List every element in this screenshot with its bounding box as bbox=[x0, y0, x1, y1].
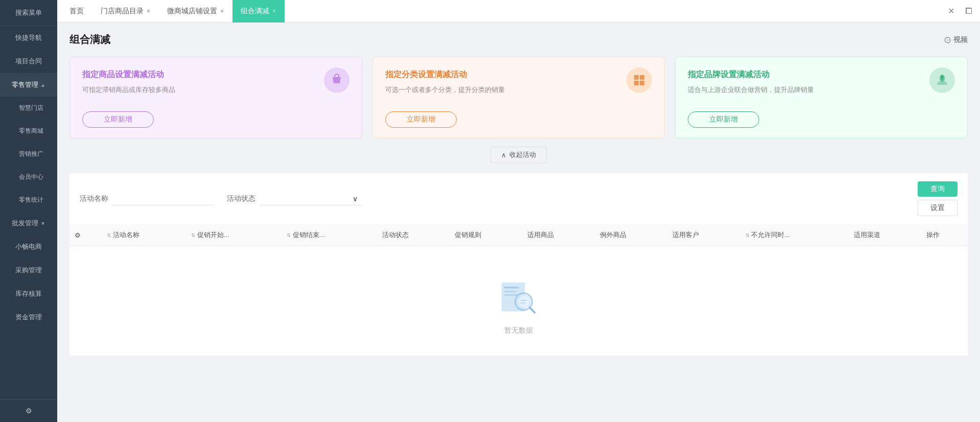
query-button[interactable]: 查询 bbox=[918, 181, 958, 197]
brand-card-desc: 适合与上游企业联合做营销，提升品牌销量 bbox=[688, 85, 955, 101]
product-card-title: 指定商品设置满减活动 bbox=[82, 69, 349, 80]
gear-icon: ⚙ bbox=[75, 231, 81, 239]
category-card-add-button[interactable]: 立即新增 bbox=[385, 111, 457, 128]
video-label: 视频 bbox=[953, 35, 968, 44]
th-exception-goods: 例外商品 bbox=[595, 224, 667, 246]
tab-label: 微商城店铺设置 bbox=[167, 7, 217, 16]
sidebar-item-label: 营销推广 bbox=[19, 150, 43, 157]
tab-home[interactable]: 首页 bbox=[61, 0, 92, 22]
tab-store-catalog[interactable]: 门店商品目录 × bbox=[92, 0, 159, 22]
table-wrapper: ⚙ ⇅ 活动名称 ⇅ 促销开始... ⇅ bbox=[69, 224, 968, 356]
sidebar-search[interactable]: 搜索菜单 bbox=[0, 0, 57, 26]
svg-rect-8 bbox=[504, 294, 518, 296]
empty-state: 暂无数据 bbox=[69, 246, 968, 356]
tab-bar: 首页 门店商品目录 × 微商城店铺设置 × 组合满减 × ✕ ⧠ bbox=[57, 0, 980, 22]
page-content: 组合满减 ⊙ 视频 指定商品设置满减活动 可指定滞销商品或库存较多商品 立即新增 bbox=[57, 22, 980, 422]
tab-close-combo-discount[interactable]: × bbox=[272, 8, 276, 15]
brand-card-add-button[interactable]: 立即新增 bbox=[688, 111, 759, 128]
activity-status-select[interactable]: ∨ bbox=[260, 193, 362, 205]
gear-icon[interactable]: ⚙ bbox=[0, 399, 57, 422]
sidebar-item-label: 资金管理 bbox=[15, 313, 42, 321]
sidebar-item-project-contract[interactable]: 项目合同 bbox=[0, 50, 57, 73]
category-card: 指定分类设置满减活动 可选一个或者多个分类，提升分类的销量 立即新增 bbox=[372, 57, 665, 138]
video-link[interactable]: ⊙ 视频 bbox=[944, 34, 968, 45]
tab-close-wechat-store[interactable]: × bbox=[220, 8, 224, 15]
page-header: 组合满减 ⊙ 视频 bbox=[69, 33, 968, 46]
filter-table-section: 活动名称 活动状态 ∨ 查询 设置 bbox=[69, 173, 968, 356]
sidebar-item-label: 零售商城 bbox=[19, 127, 43, 134]
filter-activity-name-label: 活动名称 bbox=[80, 194, 108, 203]
close-window-button[interactable]: ✕ bbox=[945, 6, 958, 16]
sidebar-item-quick-nav[interactable]: 快捷导航 bbox=[0, 26, 57, 50]
activity-name-input[interactable] bbox=[112, 193, 215, 205]
sidebar-item-xiaochangec[interactable]: 小畅电商 bbox=[0, 235, 57, 259]
collapse-up-icon: ∧ bbox=[501, 151, 506, 159]
tab-wechat-store[interactable]: 微商城店铺设置 × bbox=[159, 0, 232, 22]
sidebar-item-wholesale-mgmt[interactable]: 批发管理 ▼ bbox=[0, 212, 57, 235]
th-not-allow-concurrent[interactable]: ⇅ 不允许同时... bbox=[740, 224, 849, 246]
page-title: 组合满减 bbox=[69, 33, 110, 46]
th-promo-end[interactable]: ⇅ 促销结束... bbox=[282, 224, 377, 246]
brand-card: 指定品牌设置满减活动 适合与上游企业联合做营销，提升品牌销量 立即新增 bbox=[675, 57, 968, 138]
sidebar-item-smart-store[interactable]: 智慧门店 bbox=[0, 97, 57, 120]
sidebar-item-retail-management[interactable]: 零售管理 ▲ bbox=[0, 73, 57, 97]
sort-icon: ⇅ bbox=[107, 232, 111, 238]
sidebar-item-member-center[interactable]: 会员中心 bbox=[0, 166, 57, 189]
main-content: 首页 门店商品目录 × 微商城店铺设置 × 组合满减 × ✕ ⧠ 组合满减 ⊙ … bbox=[57, 0, 980, 422]
svg-rect-7 bbox=[504, 291, 516, 293]
sort-icon: ⇅ bbox=[191, 232, 195, 238]
product-card-add-button[interactable]: 立即新增 bbox=[82, 111, 154, 128]
sort-icon: ⇅ bbox=[745, 232, 750, 238]
collapse-button[interactable]: ∧ 收起活动 bbox=[491, 147, 547, 163]
activity-table: ⚙ ⇅ 活动名称 ⇅ 促销开始... ⇅ bbox=[69, 224, 968, 356]
sidebar-item-label: 零售统计 bbox=[19, 196, 43, 203]
cards-row: 指定商品设置满减活动 可指定滞销商品或库存较多商品 立即新增 指定分类设置满减活… bbox=[69, 57, 968, 138]
filter-activity-status: 活动状态 ∨ bbox=[227, 193, 362, 205]
sort-icon: ⇅ bbox=[287, 232, 291, 238]
svg-rect-1 bbox=[640, 75, 644, 80]
sidebar-item-label: 采购管理 bbox=[15, 266, 42, 274]
maximize-window-button[interactable]: ⧠ bbox=[962, 7, 976, 16]
tab-bar-actions: ✕ ⧠ bbox=[945, 6, 976, 16]
chevron-down-icon: ∨ bbox=[353, 195, 358, 203]
sidebar-item-inventory[interactable]: 库存核算 bbox=[0, 282, 57, 306]
play-circle-icon: ⊙ bbox=[944, 34, 951, 45]
sidebar-item-label: 快捷导航 bbox=[15, 34, 42, 41]
th-activity-status: 活动状态 bbox=[377, 224, 450, 246]
brand-card-title: 指定品牌设置满减活动 bbox=[688, 69, 955, 80]
sidebar-item-marketing[interactable]: 营销推广 bbox=[0, 143, 57, 166]
sidebar-item-label: 库存核算 bbox=[15, 290, 42, 297]
th-gear[interactable]: ⚙ bbox=[69, 224, 102, 246]
sidebar-item-label: 小畅电商 bbox=[15, 243, 42, 250]
sidebar-item-retail-mall[interactable]: 零售商城 bbox=[0, 120, 57, 143]
category-card-icon bbox=[626, 67, 652, 93]
product-card: 指定商品设置满减活动 可指定滞销商品或库存较多商品 立即新增 bbox=[69, 57, 362, 138]
product-card-desc: 可指定滞销商品或库存较多商品 bbox=[82, 85, 349, 101]
th-applicable-customer: 适用客户 bbox=[667, 224, 740, 246]
svg-rect-3 bbox=[640, 81, 644, 85]
th-activity-name[interactable]: ⇅ 活动名称 bbox=[102, 224, 186, 246]
tab-label: 首页 bbox=[69, 7, 84, 16]
sidebar-item-label: 智慧门店 bbox=[19, 104, 43, 111]
collapse-bar: ∧ 收起活动 bbox=[69, 147, 968, 163]
category-card-desc: 可选一个或者多个分类，提升分类的销量 bbox=[385, 85, 652, 101]
sidebar-item-purchase-mgmt[interactable]: 采购管理 bbox=[0, 259, 57, 282]
tab-close-store-catalog[interactable]: × bbox=[147, 8, 150, 15]
sidebar-item-label: 项目合同 bbox=[15, 57, 42, 65]
setting-button[interactable]: 设置 bbox=[918, 200, 958, 216]
tab-label: 组合满减 bbox=[241, 7, 269, 16]
svg-rect-6 bbox=[504, 287, 519, 288]
sidebar-item-finance[interactable]: 资金管理 bbox=[0, 306, 57, 329]
empty-illustration bbox=[493, 277, 544, 318]
product-card-icon bbox=[324, 67, 349, 93]
sidebar-item-retail-stats[interactable]: 零售统计 bbox=[0, 189, 57, 212]
sidebar-item-label: 零售管理 bbox=[12, 80, 38, 89]
chevron-up-icon: ▲ bbox=[40, 82, 45, 88]
th-promo-rule: 促销规则 bbox=[450, 224, 522, 246]
table-header-row: ⚙ ⇅ 活动名称 ⇅ 促销开始... ⇅ bbox=[69, 224, 968, 246]
collapse-label: 收起活动 bbox=[509, 150, 536, 159]
th-promo-start[interactable]: ⇅ 促销开始... bbox=[186, 224, 282, 246]
tab-combo-discount[interactable]: 组合满减 × bbox=[232, 0, 285, 22]
sidebar: 搜索菜单 快捷导航 项目合同 零售管理 ▲ 智慧门店 零售商城 营销推广 会员中… bbox=[0, 0, 57, 422]
svg-rect-0 bbox=[634, 75, 639, 80]
